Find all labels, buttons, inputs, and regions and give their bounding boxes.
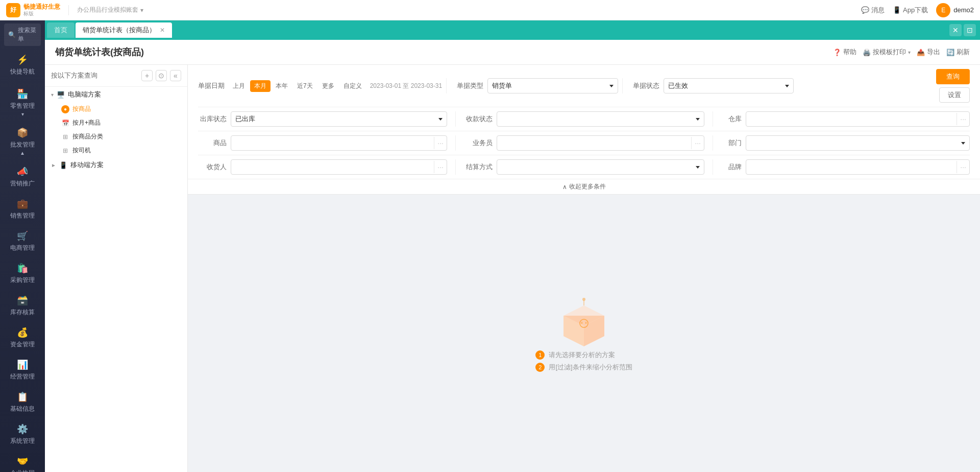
tree-item-by-goods[interactable]: ● 按商品 — [45, 102, 187, 116]
tab-report[interactable]: 销货单统计表（按商品） ✕ — [76, 22, 172, 38]
shortcut-more[interactable]: 更多 — [318, 80, 338, 92]
out-dropdown-icon — [438, 118, 443, 121]
page-title: 销货单统计表(按商品) — [55, 46, 144, 64]
sidebar-item-inventory[interactable]: 🗃️ 库存核算 — [0, 290, 45, 322]
dept-select[interactable] — [746, 135, 970, 151]
sidebar-item-purchase[interactable]: 🛍️ 采购管理 — [0, 257, 45, 290]
set-button[interactable]: 设置 — [939, 87, 970, 103]
message-action[interactable]: 💬 消息 — [861, 6, 885, 15]
status-filter-group: 单据状态 已生效 — [622, 78, 794, 93]
dept-dropdown-icon — [961, 142, 965, 145]
sidebar-item-sales[interactable]: 💼 销售管理 — [0, 193, 45, 225]
print-action[interactable]: 🖨️ 按模板打印 ▾ — [863, 48, 911, 57]
empty-hint-1: 1 请先选择要分析的方案 — [535, 350, 632, 360]
sidebar-item-basic[interactable]: 📋 基础信息 — [0, 386, 45, 418]
out-select[interactable]: 已出库 — [231, 111, 447, 127]
collapse-bar[interactable]: ∧ 收起更多条件 — [188, 179, 980, 194]
empty-hints: 1 请先选择要分析的方案 2 用[过滤]条件来缩小分析范围 — [535, 350, 632, 372]
out-status-group: 出库状态 已出库 — [198, 111, 455, 127]
staff-dot-icon: ··· — [691, 137, 704, 149]
shortcut-last-month[interactable]: 上月 — [229, 80, 249, 92]
help-icon: ❓ — [833, 49, 841, 56]
path-dropdown-icon[interactable]: ▾ — [140, 7, 143, 14]
goods-group: 商品 ··· — [198, 135, 455, 151]
shortcut-this-month[interactable]: 本月 — [250, 80, 271, 92]
left-panel-add-btn[interactable]: + — [141, 70, 153, 81]
sidebar-item-quicknav[interactable]: ⚡ 快捷导航 — [0, 49, 45, 81]
warehouse-input[interactable]: ··· — [746, 111, 970, 127]
export-action[interactable]: 📤 导出 — [917, 48, 940, 57]
empty-svg — [553, 295, 615, 346]
refresh-action[interactable]: 🔄 刷新 — [946, 48, 970, 57]
collapse-label: 收起更多条件 — [569, 182, 606, 191]
sidebar-item-retail[interactable]: 🏪 零售管理 ▾ — [0, 83, 45, 122]
sidebar-item-ecommerce[interactable]: 🛒 电商管理 — [0, 225, 45, 257]
tab-home[interactable]: 首页 — [47, 22, 75, 38]
sidebar-item-wholesale[interactable]: 📦 批发管理 ▲ — [0, 122, 45, 161]
logo-subtitle: 标版 — [23, 11, 60, 17]
user-avatar: E — [936, 3, 950, 17]
user-info[interactable]: E demo2 — [936, 3, 974, 17]
filter-row-1: 单据日期 上月 本月 本年 近7天 更多 自定义 2023-03-01 至 20… — [198, 65, 970, 107]
system-icon: ⚙️ — [17, 423, 28, 435]
sidebar-item-marketing[interactable]: 📣 营销推广 — [0, 161, 45, 193]
print-dropdown-icon[interactable]: ▾ — [908, 50, 911, 55]
tree-section-mobile[interactable]: ► 📱 移动端方案 — [45, 157, 187, 173]
shortcut-this-year[interactable]: 本年 — [272, 80, 292, 92]
tree-mobile-label: 移动端方案 — [70, 160, 104, 170]
wholesale-icon: 📦 — [17, 127, 28, 138]
sidebar-item-finance[interactable]: 💰 资金管理 — [0, 322, 45, 354]
brand-input[interactable]: ··· — [746, 159, 970, 175]
recv-select[interactable] — [497, 111, 704, 127]
left-panel: 按以下方案查询 + ⊙ « — [45, 65, 188, 472]
staff-input[interactable]: ··· — [497, 135, 704, 151]
by-category-icon: ⊞ — [61, 133, 69, 141]
query-button[interactable]: 查询 — [936, 69, 970, 84]
sidebar-item-system[interactable]: ⚙️ 系统管理 — [0, 418, 45, 451]
sidebar: 🔍 搜索菜单 ⚡ 快捷导航 🏪 零售管理 ▾ 📦 批发管理 ▲ 📣 营销推广 💼… — [0, 20, 45, 472]
operation-icon: 📊 — [17, 359, 28, 370]
top-bar-left: 好 畅捷通好生意 标版 办公用品行业模拟账套 ▾ — [6, 3, 143, 17]
refresh-icon: 🔄 — [946, 49, 954, 56]
help-action[interactable]: ❓ 帮助 — [833, 48, 856, 57]
tree-item-by-category[interactable]: ⊞ 按商品分类 — [45, 130, 187, 144]
tab-restore-btn[interactable]: ⊡ — [964, 24, 976, 36]
tree-section-pc[interactable]: ▾ 🖥️ 电脑端方案 — [45, 87, 187, 102]
settle-select[interactable] — [497, 159, 704, 175]
tab-report-close[interactable]: ✕ — [160, 27, 165, 34]
shortcut-custom[interactable]: 自定义 — [339, 80, 366, 92]
left-panel-settings-btn[interactable]: ⊙ — [156, 70, 167, 81]
query-btn-group: 查询 设置 — [798, 69, 970, 103]
dept-label: 部门 — [721, 138, 742, 148]
sidebar-search[interactable]: 🔍 搜索菜单 — [4, 23, 41, 46]
search-label: 搜索菜单 — [18, 26, 37, 43]
app-download-action[interactable]: 📱 App下载 — [893, 6, 928, 15]
by-driver-icon: ⊞ — [61, 147, 69, 155]
inventory-icon: 🗃️ — [17, 295, 28, 306]
sidebar-item-enterprise[interactable]: 🤝 企业协同 — [0, 451, 45, 472]
marketing-icon: 📣 — [17, 166, 28, 177]
recv-person-input[interactable]: ··· — [231, 159, 447, 175]
sidebar-item-label-purchase: 采购管理 — [10, 276, 35, 285]
type-select[interactable]: 销货单 — [487, 78, 618, 93]
tree-item-label-by-category: 按商品分类 — [72, 132, 103, 141]
tree-section-icon: 🖥️ — [57, 91, 65, 99]
goods-input[interactable]: ··· — [231, 135, 447, 151]
tree-item-label-by-month-goods: 按月+商品 — [72, 119, 101, 127]
path-label[interactable]: 办公用品行业模拟账套 ▾ — [77, 6, 143, 14]
all-filter-rows: 单据日期 上月 本月 本年 近7天 更多 自定义 2023-03-01 至 20… — [188, 65, 980, 195]
left-panel-actions: + ⊙ « — [141, 70, 181, 81]
tree-mobile-icon: 📱 — [59, 161, 67, 169]
status-select[interactable]: 已生效 — [664, 78, 794, 93]
left-panel-collapse-btn[interactable]: « — [170, 70, 181, 81]
tree-item-by-driver[interactable]: ⊞ 按司机 — [45, 144, 187, 157]
tree-mobile-arrow: ► — [51, 162, 56, 168]
svg-point-8 — [582, 298, 585, 301]
sidebar-item-operation[interactable]: 📊 经营管理 — [0, 354, 45, 386]
filter-row-3: 商品 ··· 业务员 ··· — [198, 131, 970, 155]
message-icon: 💬 — [861, 6, 869, 14]
shortcut-7days[interactable]: 近7天 — [293, 80, 317, 92]
tree-item-by-month-goods[interactable]: 📅 按月+商品 — [45, 116, 187, 130]
out-label: 出库状态 — [198, 114, 227, 124]
tab-close-btn[interactable]: ✕ — [949, 24, 962, 36]
